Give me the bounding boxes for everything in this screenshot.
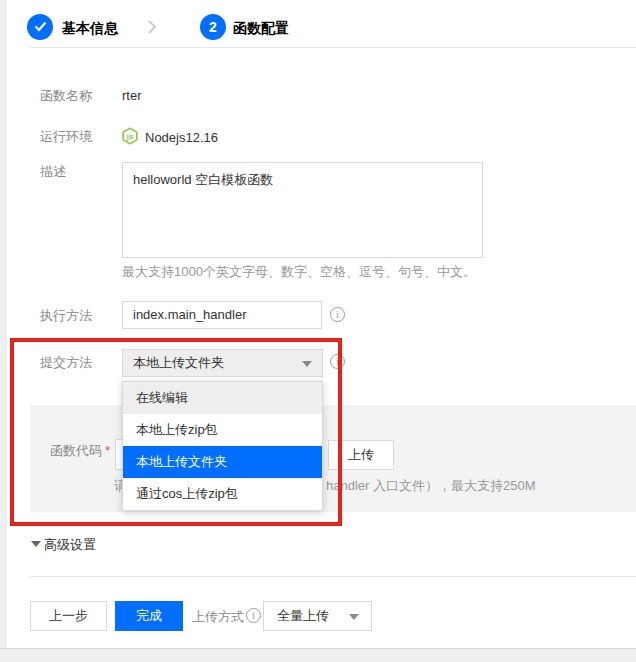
header-divider: [30, 47, 636, 48]
dropdown-option-online-edit[interactable]: 在线编辑: [123, 382, 322, 414]
runtime-value: Nodejs12.16: [145, 130, 218, 145]
submit-method-label: 提交方法: [40, 355, 92, 370]
handler-info-icon[interactable]: i: [330, 307, 345, 322]
step1-label: 基本信息: [62, 20, 118, 36]
advanced-settings-toggle[interactable]: 高级设置: [44, 537, 96, 552]
dropdown-option-local-folder[interactable]: 本地上传文件夹: [123, 446, 322, 478]
page-left-margin: [0, 0, 7, 662]
footer-divider: [30, 576, 636, 577]
function-code-label: 函数代码*: [50, 443, 110, 458]
required-asterisk: *: [105, 443, 110, 458]
previous-step-button[interactable]: 上一步: [30, 601, 107, 631]
function-name-value: rter: [122, 88, 142, 103]
description-label: 描述: [40, 164, 66, 179]
submit-method-value: 本地上传文件夹: [133, 355, 224, 370]
upload-button[interactable]: 上传: [328, 440, 394, 470]
submit-method-dropdown-list: 在线编辑 本地上传zip包 本地上传文件夹 通过cos上传zip包: [122, 381, 323, 511]
submit-method-select[interactable]: 本地上传文件夹: [122, 349, 323, 377]
step2-number-badge: 2: [200, 14, 226, 40]
dropdown-option-local-zip[interactable]: 本地上传zip包: [123, 414, 322, 446]
nodejs-icon: js: [121, 127, 139, 145]
step2-label: 函数配置: [233, 20, 289, 36]
upload-mode-value: 全量上传: [277, 608, 329, 623]
chevron-down-icon: [349, 614, 359, 620]
handler-label: 执行方法: [40, 308, 92, 323]
handler-input[interactable]: index.main_handler: [122, 301, 322, 329]
page-bottom-margin: [0, 648, 636, 662]
chevron-right-icon: [146, 18, 158, 39]
description-textarea[interactable]: helloworld 空白模板函数: [122, 162, 483, 258]
description-hint: 最大支持1000个英文字母、数字、空格、逗号、句号、中文。: [122, 264, 476, 279]
submit-method-info-icon[interactable]: i: [330, 354, 345, 369]
function-code-panel: 函数代码* 上传 请 handler 入口文件），最大支持250M: [30, 405, 636, 512]
chevron-down-icon: [302, 361, 312, 367]
upload-mode-info-icon[interactable]: i: [246, 608, 261, 623]
dropdown-option-cos-zip[interactable]: 通过cos上传zip包: [123, 478, 322, 510]
check-icon: [34, 19, 47, 35]
upload-mode-label: 上传方式: [192, 609, 244, 624]
function-config-page: 基本信息 2 函数配置 函数名称 rter 运行环境 js Nodejs12.1…: [0, 0, 636, 662]
step1-done-badge: [27, 14, 53, 40]
function-name-label: 函数名称: [40, 88, 92, 103]
upload-mode-select[interactable]: 全量上传: [263, 601, 372, 631]
svg-text:js: js: [126, 132, 134, 141]
code-hint-fragment-right: handler 入口文件），最大支持250M: [326, 478, 536, 493]
description-text: helloworld 空白模板函数: [133, 172, 273, 187]
code-hint-fragment-left: 请: [114, 478, 122, 493]
step2-number: 2: [209, 19, 217, 35]
runtime-label: 运行环境: [40, 129, 92, 144]
handler-value: index.main_handler: [133, 307, 246, 322]
triangle-down-icon: [31, 541, 41, 547]
finish-button[interactable]: 完成: [115, 601, 183, 631]
